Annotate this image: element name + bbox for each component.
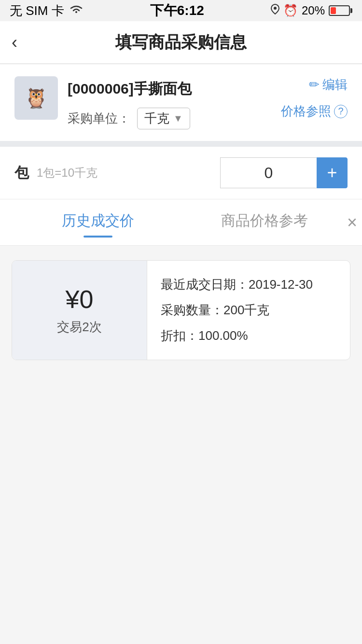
status-right: ⏰ 20% [271,4,352,17]
quantity-hint: 1包=10千克 [37,165,97,181]
purchase-qty-row: 采购数量：200千克 [161,301,336,320]
nav-bar: ‹ 填写商品采购信息 [0,21,362,64]
edit-button[interactable]: ✏ 编辑 [309,76,348,93]
svg-point-0 [274,7,277,10]
price-display: ¥0 [66,285,94,314]
help-icon: ? [334,105,348,118]
content-area: ¥0 交易2次 最近成交日期：2019-12-30 采购数量：200千克 折扣：… [0,246,362,535]
recent-date-value: 2019-12-30 [249,277,313,292]
status-left: 无 SIM 卡 [10,2,84,19]
product-left: 🦉 [0000006]手撕面包 采购单位： 千克 ▼ [14,76,192,129]
product-logo-icon: 🦉 [24,87,48,110]
quantity-row: 包 1包=10千克 0 + [0,147,362,199]
price-summary-left: ¥0 交易2次 [12,261,147,360]
unit-row: 采购单位： 千克 ▼ [68,108,192,129]
purchase-qty-label: 采购数量： [161,303,223,317]
carrier-label: 无 SIM 卡 [10,2,64,19]
recent-date-label: 最近成交日期： [161,277,249,292]
product-name: [0000006]手撕面包 [68,79,192,99]
unit-value: 千克 [144,110,169,127]
section-divider [0,141,362,147]
unit-selector[interactable]: 千克 ▼ [137,108,190,129]
tab-price-reference-label: 商品价格参考 [221,211,308,231]
product-card: 🦉 [0000006]手撕面包 采购单位： 千克 ▼ ✏ 编辑 价格参照 [0,65,362,141]
page-title: 填写商品采购信息 [115,31,247,54]
recent-date-row: 最近成交日期：2019-12-30 [161,275,336,294]
currency-symbol: ¥ [66,285,80,313]
product-info: [0000006]手撕面包 采购单位： 千克 ▼ [68,76,192,129]
price-ref-label: 价格参照 [281,103,331,120]
back-button[interactable]: ‹ [12,32,17,53]
edit-label: 编辑 [322,76,348,93]
tabs-container: 历史成交价 商品价格参考 × [0,199,362,246]
trade-count: 交易2次 [57,319,101,336]
tab-price-reference[interactable]: 商品价格参考 [181,199,348,245]
tab-history-price-label: 历史成交价 [62,211,134,231]
purchase-qty-value: 200千克 [223,303,269,317]
status-time: 下午6:12 [150,1,204,20]
alarm-icon: ⏰ [283,4,298,17]
quantity-input[interactable]: 0 [220,157,317,188]
product-right: ✏ 编辑 价格参照 ? [281,76,348,120]
quantity-right: 0 + [220,157,348,188]
plus-icon: + [327,163,337,183]
edit-icon: ✏ [309,77,320,92]
quantity-value: 0 [265,164,273,182]
discount-label: 折扣： [161,328,198,343]
dropdown-arrow-icon: ▼ [173,113,183,124]
quantity-unit: 包 [14,163,29,183]
status-bar: 无 SIM 卡 下午6:12 ⏰ 20% [0,0,362,21]
price-history-card: ¥0 交易2次 最近成交日期：2019-12-30 采购数量：200千克 折扣：… [12,260,350,360]
product-thumbnail: 🦉 [14,76,58,120]
tab-active-indicator [84,236,112,238]
location-icon [271,4,279,17]
price-value: 0 [80,285,94,313]
wifi-icon [69,3,84,18]
battery-icon [329,5,352,16]
discount-row: 折扣：100.00% [161,326,336,345]
tab-history-price[interactable]: 历史成交价 [14,199,181,245]
battery-percent: 20% [302,4,325,17]
quantity-left: 包 1包=10千克 [14,163,97,183]
tab-close-button[interactable]: × [342,208,362,238]
unit-label: 采购单位： [68,110,130,127]
quantity-plus-button[interactable]: + [317,157,348,188]
price-reference-button[interactable]: 价格参照 ? [281,103,348,120]
price-details-right: 最近成交日期：2019-12-30 采购数量：200千克 折扣：100.00% [147,261,350,360]
discount-value: 100.00% [198,328,248,343]
